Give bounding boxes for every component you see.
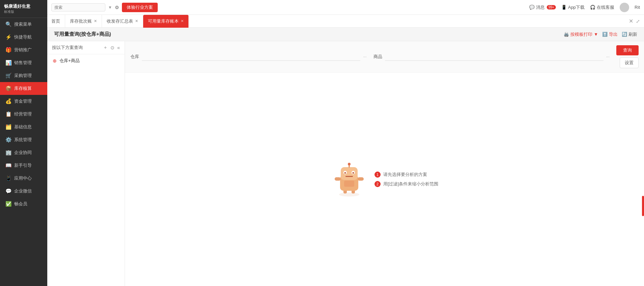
tabs-bar: 首页 库存批次账 ✕ 收发存汇总表 ✕ 可用量库存账本 ✕ ✕ ⤢	[47, 15, 644, 28]
notification-item[interactable]: 💬 消息 99+	[529, 4, 556, 10]
svg-rect-14	[344, 181, 354, 187]
content-area: 按以下方案查询 ＋ ⊙ « ⊕ 仓库+商品 仓库 ···	[47, 41, 644, 286]
username-label: Rit	[635, 5, 640, 10]
sidebar-item-purchase[interactable]: 🛒 采购管理	[0, 69, 47, 82]
topbar: ▼ ⚙ 体验行业方案 💬 消息 99+ 📱 App下载 🎧 在线客服 Rit	[47, 0, 644, 15]
sidebar-item-system[interactable]: ⚙️ 系统管理	[0, 133, 47, 146]
print-action[interactable]: 🖨️ 按模板打印 ▼	[564, 31, 598, 37]
tab-available-qty-label: 可用量库存账本	[148, 18, 179, 24]
sidebar-item-label: 经营管理	[14, 111, 32, 117]
online-support-item[interactable]: 🎧 在线客服	[590, 4, 614, 10]
page-header: 可用量查询(按仓库+商品) 🖨️ 按模板打印 ▼ ⬆️ 导出 🔄 刷新	[47, 28, 644, 41]
sidebar-item-finance[interactable]: 💰 资金管理	[0, 95, 47, 108]
app-download-item[interactable]: 📱 App下载	[561, 4, 585, 10]
tab-home-label: 首页	[51, 18, 60, 24]
tab-deposit-summary[interactable]: 收发存汇总表 ✕	[102, 15, 143, 28]
tab-window-close-icon[interactable]: ✕	[629, 18, 633, 24]
sidebar-item-label: 企业微信	[14, 188, 32, 194]
industry-btn[interactable]: 体验行业方案	[122, 3, 158, 12]
export-label: 导出	[609, 31, 618, 37]
sidebar-item-label: 快捷导航	[14, 34, 32, 40]
warehouse-goods-icon: ⊕	[53, 58, 57, 63]
empty-state: 1 请先选择要分析的方案 2 用[过滤]条件来缩小分析范围	[125, 73, 644, 286]
tab-available-qty[interactable]: 可用量库存账本 ✕	[143, 15, 189, 28]
tab-home[interactable]: 首页	[51, 15, 65, 28]
filter-header-icons: ＋ ⊙ «	[103, 45, 120, 51]
filter-item-warehouse-goods[interactable]: ⊕ 仓库+商品	[47, 54, 125, 67]
svg-point-10	[352, 172, 354, 174]
sidebar-scroll: 🔍 搜索菜单 ⚡ 快捷导航 🎁 营销推广 📊 销售管理 🛒 采购管理 📦 库存核…	[0, 18, 47, 286]
sidebar-item-search[interactable]: 🔍 搜索菜单	[0, 18, 47, 31]
brand-tag: 标准版	[4, 9, 43, 14]
refresh-label: 刷新	[628, 31, 637, 37]
collapse-icon[interactable]: «	[117, 45, 120, 50]
warehouse-more-icon[interactable]: ···	[363, 54, 366, 59]
query-button[interactable]: 查询	[616, 45, 639, 55]
empty-state-inner: 1 请先选择要分析的方案 2 用[过滤]条件来缩小分析范围	[331, 162, 438, 196]
filter-panel: 按以下方案查询 ＋ ⊙ « ⊕ 仓库+商品	[47, 41, 125, 286]
bell-icon: 💬	[529, 5, 535, 10]
mobile-icon: 📱	[5, 175, 11, 181]
sidebar-item-label: 基础信息	[14, 124, 32, 130]
sidebar-item-member[interactable]: ✅ 畅会员	[0, 198, 47, 210]
sidebar-item-shortcut[interactable]: ⚡ 快捷导航	[0, 31, 47, 44]
tab-expand-icon[interactable]: ⤢	[636, 19, 640, 24]
sidebar-item-basic[interactable]: 🗂️ 基础信息	[0, 121, 47, 133]
sidebar-item-label: 库存核算	[14, 85, 32, 92]
tab-batch-account-close[interactable]: ✕	[94, 19, 97, 23]
empty-text: 1 请先选择要分析的方案 2 用[过滤]条件来缩小分析范围	[375, 172, 438, 187]
avatar[interactable]	[620, 3, 629, 12]
sidebar-item-label: 企业协同	[14, 150, 32, 156]
refresh-icon: 🔄	[622, 32, 627, 37]
settings-icon[interactable]: ⚙	[115, 5, 119, 10]
sidebar-item-sales[interactable]: 📊 销售管理	[0, 56, 47, 69]
empty-illustration	[331, 162, 364, 196]
scroll-thumb[interactable]	[642, 196, 644, 216]
sidebar-item-label: 资金管理	[14, 98, 32, 104]
svg-rect-4	[341, 167, 358, 180]
hint-num-2: 2	[375, 181, 381, 187]
manage-icon[interactable]: ⊙	[110, 45, 114, 50]
goods-field: 商品 ···	[373, 53, 610, 61]
empty-hint-2: 2 用[过滤]条件来缩小分析范围	[375, 181, 438, 187]
hint-num-1: 1	[375, 172, 381, 178]
sidebar-item-operation[interactable]: 📋 经营管理	[0, 108, 47, 121]
online-support-label: 在线客服	[597, 4, 614, 10]
folder-icon: 🗂️	[5, 124, 11, 130]
tab-deposit-summary-close[interactable]: ✕	[135, 19, 138, 23]
sidebar-item-label: 畅会员	[14, 201, 27, 207]
money-icon: 💰	[5, 98, 11, 104]
goods-label: 商品	[373, 54, 382, 60]
print-dropdown-icon[interactable]: ▼	[594, 32, 598, 37]
sidebar-item-marketing[interactable]: 🎁 营销推广	[0, 44, 47, 56]
box-icon: 📦	[5, 85, 11, 92]
sidebar-item-newbie[interactable]: 📖 新手引导	[0, 159, 47, 172]
chat-icon: 💬	[5, 188, 11, 194]
main-area: ▼ ⚙ 体验行业方案 💬 消息 99+ 📱 App下载 🎧 在线客服 Rit 首…	[47, 0, 644, 286]
warehouse-input[interactable]	[142, 53, 360, 61]
refresh-action[interactable]: 🔄 刷新	[622, 31, 637, 37]
cart-icon: 🛒	[5, 73, 11, 79]
settings-button[interactable]: 设置	[620, 57, 639, 68]
tab-available-qty-close[interactable]: ✕	[181, 19, 184, 23]
goods-more-icon[interactable]: ···	[606, 54, 610, 59]
dropdown-arrow-icon[interactable]: ▼	[108, 5, 112, 10]
gift-icon: 🎁	[5, 47, 11, 53]
goods-input[interactable]	[385, 53, 603, 61]
phone-icon: 📱	[561, 5, 567, 10]
sidebar-item-enterprise[interactable]: 🏢 企业协同	[0, 146, 47, 159]
sidebar-item-appcenter[interactable]: 📱 应用中心	[0, 172, 47, 185]
tab-batch-account[interactable]: 库存批次账 ✕	[65, 15, 102, 28]
svg-rect-13	[358, 177, 364, 181]
sidebar-item-enterprise-wechat[interactable]: 💬 企业微信	[0, 185, 47, 198]
svg-rect-11	[345, 176, 353, 177]
sidebar-item-inventory[interactable]: 📦 库存核算	[0, 82, 47, 95]
empty-hint-1: 1 请先选择要分析的方案	[375, 172, 438, 178]
warehouse-field: 仓库 ···	[130, 53, 367, 61]
export-action[interactable]: ⬆️ 导出	[602, 31, 618, 37]
page-header-actions: 🖨️ 按模板打印 ▼ ⬆️ 导出 🔄 刷新	[564, 31, 637, 37]
notification-label: 消息	[536, 4, 545, 10]
search-input[interactable]	[51, 3, 105, 11]
add-icon[interactable]: ＋	[103, 45, 108, 51]
topbar-right: 💬 消息 99+ 📱 App下载 🎧 在线客服 Rit	[529, 3, 640, 12]
